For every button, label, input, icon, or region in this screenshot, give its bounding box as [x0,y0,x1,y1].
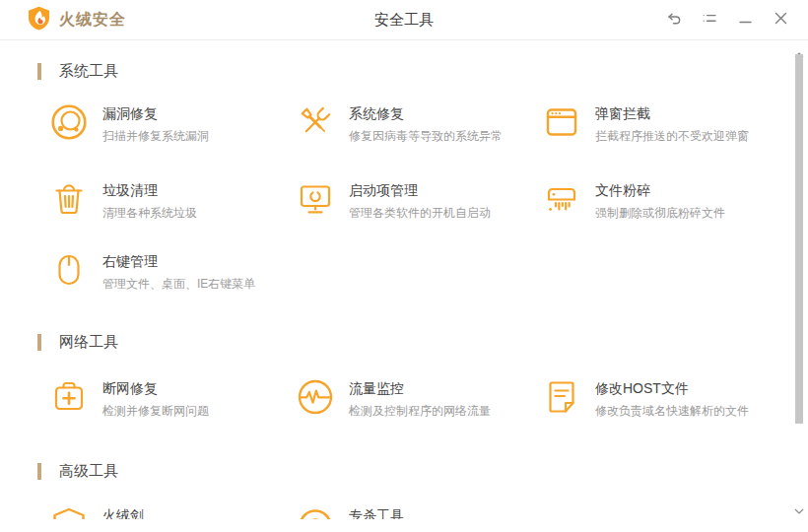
tool-popup-blocker[interactable]: 弹窗拦截 拦截程序推送的不受欢迎弹窗 [542,102,808,152]
tool-desc: 修复因病毒等导致的系统异常 [349,129,503,143]
section-system-tools: 系统工具 [37,61,808,81]
specialized-killer-icon [296,504,335,519]
menu-button[interactable] [698,8,721,32]
huorong-shield-flame-logo-icon [28,6,50,34]
tool-title: 启动项管理 [349,182,491,198]
list-menu-icon [702,11,717,29]
tool-row: 火绒剑 专杀工具 [49,504,808,519]
tool-title: 流量监控 [349,380,491,396]
popup-blocker-icon [542,102,581,142]
tool-specialized-killer[interactable]: 专杀工具 [296,504,542,519]
section-marker [37,63,41,80]
tool-desc: 清理各种系统垃圾 [102,206,197,220]
title-bar: 火绒安全 安全工具 [0,0,808,40]
tool-row: 垃圾清理 清理各种系统垃圾 启动项管理 管理各类软件的开机自启动 [49,179,808,229]
junk-cleaner-icon [49,179,89,219]
tool-desc: 扫描并修复系统漏洞 [102,129,209,143]
tool-vulnerability-repair[interactable]: 漏洞修复 扫描并修复系统漏洞 [49,102,296,152]
tool-desc: 管理各类软件的开机自启动 [349,206,491,220]
tool-desc: 管理文件、桌面、IE右键菜单 [102,277,255,291]
back-button[interactable] [662,8,686,32]
tool-junk-cleaner[interactable]: 垃圾清理 清理各种系统垃圾 [49,179,296,229]
chevron-down-icon[interactable] [794,500,804,518]
section-marker [37,463,41,480]
section-marker [37,334,41,351]
section-title: 系统工具 [59,62,118,81]
section-title: 网络工具 [59,333,118,352]
window-controls [662,8,808,32]
network-repair-icon [49,377,89,417]
tool-file-shredder[interactable]: 文件粉碎 强制删除或彻底粉碎文件 [542,179,808,229]
tool-row: 漏洞修复 扫描并修复系统漏洞 [49,102,808,152]
undo-arrow-icon [666,11,683,30]
tool-desc: 修改负责域名快速解析的文件 [595,404,749,418]
section-title: 高级工具 [59,462,118,481]
huorong-sword-shield-icon [49,504,89,519]
close-icon [774,11,788,29]
section-network-tools: 网络工具 [37,332,808,352]
tool-title: 修改HOST文件 [595,380,749,396]
tool-network-repair[interactable]: 断网修复 检测并修复断网问题 [49,377,296,427]
app-logo: 火绒安全 [28,6,126,34]
tool-title: 垃圾清理 [102,182,197,198]
traffic-monitor-icon [296,377,335,417]
minimize-icon [738,11,753,29]
tool-startup-manager[interactable]: 启动项管理 管理各类软件的开机自启动 [296,179,542,229]
tool-desc: 强制删除或彻底粉碎文件 [595,206,725,220]
tools-panel: 系统工具 漏洞修复 扫描并修复系统漏洞 [0,61,808,519]
tool-title: 弹窗拦截 [595,105,749,121]
tool-host-file[interactable]: 修改HOST文件 修改负责域名快速解析的文件 [542,377,808,427]
file-shredder-icon [542,179,581,219]
context-menu-manager-icon [49,250,89,290]
system-repair-icon [296,102,335,142]
tool-desc: 检测并修复断网问题 [102,404,209,418]
tool-title: 火绒剑 [102,507,144,519]
tool-title: 右键管理 [102,253,255,269]
tool-traffic-monitor[interactable]: 流量监控 检测及控制程序的网络流量 [296,377,542,427]
huorong-security-window: 火绒安全 安全工具 [0,0,808,532]
host-file-icon [542,377,581,417]
section-advanced-tools: 高级工具 [37,461,808,481]
close-button[interactable] [769,8,792,32]
tool-context-menu-manager[interactable]: 右键管理 管理文件、桌面、IE右键菜单 [49,250,296,299]
tool-title: 系统修复 [349,105,503,121]
vertical-scrollbar[interactable] [793,40,805,532]
tool-title: 漏洞修复 [102,105,209,121]
tool-huorong-sword[interactable]: 火绒剑 [49,504,296,519]
startup-manager-icon [296,179,335,219]
tool-desc: 拦截程序推送的不受欢迎弹窗 [595,129,749,143]
tool-row: 右键管理 管理文件、桌面、IE右键菜单 [49,250,808,299]
scrollbar-thumb[interactable] [795,54,803,424]
tool-desc: 检测及控制程序的网络流量 [349,404,491,418]
app-name: 火绒安全 [59,10,126,31]
clipped-row-wrapper: 火绒剑 专杀工具 [0,504,808,519]
tool-title: 专杀工具 [349,507,404,519]
tool-title: 文件粉碎 [595,182,725,198]
tool-row: 断网修复 检测并修复断网问题 流量监控 检测及控制程序的网络流量 [49,377,808,427]
tool-title: 断网修复 [102,380,209,396]
minimize-button[interactable] [733,8,757,32]
tool-system-repair[interactable]: 系统修复 修复因病毒等导致的系统异常 [296,102,542,152]
vulnerability-repair-icon [49,102,89,142]
